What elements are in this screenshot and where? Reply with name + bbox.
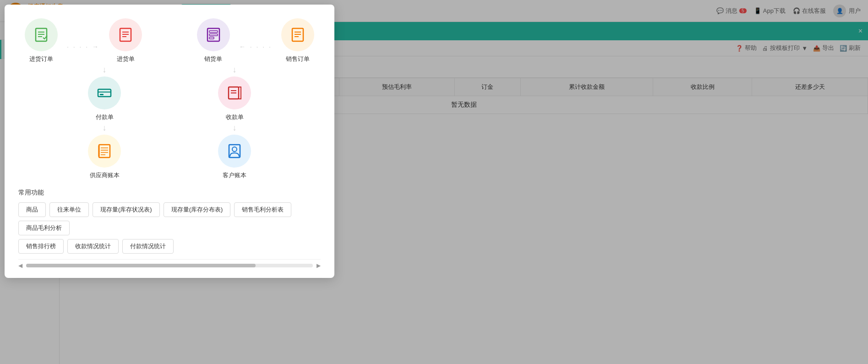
content-area: 首页 销售订单执行表 × × ❓ 帮助 [60, 22, 868, 364]
spacer4 [259, 63, 273, 76]
common-functions-section: 常用功能 商品 往来单位 现存量(库存状况表) 现存量(库存分布表) 销售毛利分… [60, 189, 321, 254]
func-btn-partner[interactable]: 往来单位 [60, 202, 89, 217]
flow-node-sales-order[interactable]: 销售订单 [275, 22, 321, 63]
receipt-label: 收款单 [226, 113, 244, 121]
flow-row-arrows-down2: ↓ ↓ [60, 121, 321, 135]
func-buttons-row1: 商品 往来单位 现存量(库存状况表) 现存量(库存分布表) 销售毛利分析表 商品… [60, 202, 321, 235]
svg-rect-16 [98, 89, 111, 97]
func-btn-sales-profit[interactable]: 销售毛利分析表 [234, 202, 291, 217]
flow-node-receipt[interactable]: 收款单 [212, 76, 257, 121]
arrow-sales-order-to-bill: ← · · · · [239, 43, 272, 63]
func-btn-stock-status[interactable]: 现存量(库存状况表) [93, 202, 160, 217]
arrow-down-sales: ↓ [212, 63, 257, 76]
flow-row-1: 进货订单 · · · · → 进货单 [60, 22, 321, 63]
arrow-down-purchase: ↓ [82, 63, 127, 76]
func-buttons-row2: 销售排行榜 收款情况统计 付款情况统计 [60, 239, 321, 254]
spacer14 [259, 121, 273, 135]
scroll-right-icon[interactable]: ▶ [317, 262, 321, 269]
spacer2 [66, 63, 80, 76]
customer-ledger-label: 客户账本 [223, 171, 246, 179]
flow-row-3: 供应商账本 客户账本 [60, 135, 321, 179]
arrow-purchase-order-to-bill: · · · · → [67, 43, 100, 63]
flow-diagram: 进货订单 · · · · → 进货单 [60, 22, 321, 179]
svg-rect-27 [98, 146, 100, 157]
sales-order-icon [281, 22, 314, 51]
spacer15 [275, 121, 321, 135]
func-btn-payment-stats[interactable]: 付款情况统计 [122, 239, 174, 254]
sales-bill-icon [197, 22, 230, 51]
receipt-icon [218, 76, 251, 109]
svg-point-29 [232, 147, 237, 152]
spacer11 [60, 121, 64, 135]
arrow-down-receipt: ↓ [212, 121, 257, 135]
svg-rect-10 [209, 34, 218, 36]
flow-node-purchase-bill[interactable]: 进货单 [103, 22, 148, 63]
svg-rect-18 [100, 94, 104, 95]
svg-rect-9 [209, 31, 218, 33]
svg-rect-22 [99, 145, 110, 158]
flow-row-arrows-down: ↓ ↓ [60, 63, 321, 76]
spacer13 [129, 121, 210, 135]
payment-icon [88, 76, 121, 109]
modal-overlay[interactable]: 进货订单 · · · · → 进货单 [60, 22, 868, 364]
main-area: 🔍 搜索菜单 🏠 快捷导航 📢 营销推广 🛒 销售管理 📦 采购管理 🗃 [0, 22, 868, 364]
common-functions-title: 常用功能 [60, 189, 321, 197]
purchase-bill-label: 进货单 [117, 55, 135, 63]
scroll-track[interactable] [60, 264, 313, 267]
func-btn-receipt-stats[interactable]: 收款情况统计 [67, 239, 119, 254]
spacer5 [275, 63, 321, 76]
func-btn-goods-profit[interactable]: 商品毛利分析 [60, 221, 70, 235]
spacer1 [60, 63, 64, 76]
customer-ledger-icon [218, 135, 251, 168]
flow-node-sales-bill[interactable]: 销货单 [191, 22, 236, 63]
flow-node-customer-ledger[interactable]: 客户账本 [212, 135, 257, 179]
flow-node-payment[interactable]: 付款单 [82, 76, 127, 121]
arrow-down-payment: ↓ [82, 121, 127, 135]
modal-scrollbar[interactable]: ◀ ▶ [60, 259, 321, 269]
flow-diagram-modal: 进货订单 · · · · → 进货单 [60, 22, 334, 278]
func-btn-stock-dist[interactable]: 现存量(库存分布表) [164, 202, 231, 217]
supplier-ledger-label: 供应商账本 [90, 171, 120, 179]
scroll-thumb[interactable] [60, 264, 256, 267]
supplier-ledger-icon [88, 135, 121, 168]
flow-row-2: 付款单 收款单 [60, 76, 321, 121]
purchase-bill-icon [109, 22, 142, 51]
spacer3 [129, 63, 210, 76]
spacer12 [66, 121, 80, 135]
svg-rect-11 [209, 37, 214, 39]
payment-label: 付款单 [96, 113, 114, 121]
flow-node-supplier-ledger[interactable]: 供应商账本 [82, 135, 127, 179]
func-btn-sales-rank[interactable]: 销售排行榜 [60, 239, 64, 254]
sales-order-label: 销售订单 [286, 55, 310, 63]
sales-bill-label: 销货单 [204, 55, 222, 63]
flow-node-purchase-order[interactable]: 进货订单 [60, 22, 64, 63]
